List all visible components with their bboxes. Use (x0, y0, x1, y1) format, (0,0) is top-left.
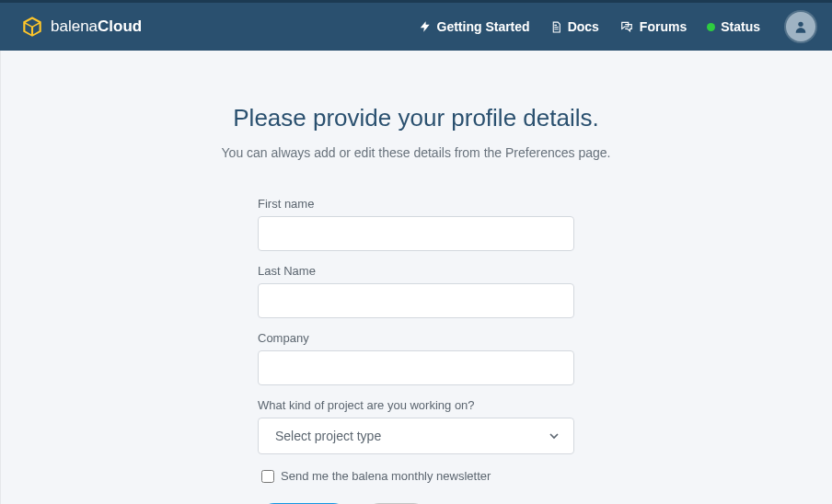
status-indicator-icon (707, 23, 715, 31)
cube-icon (20, 15, 44, 39)
first-name-label: First name (258, 197, 574, 211)
page-subtitle: You can always add or edit these details… (222, 145, 611, 160)
user-avatar[interactable] (786, 12, 815, 41)
select-value: Select project type (275, 429, 381, 443)
svg-point-0 (798, 22, 803, 27)
app-header: balenaCloud Getting Started Docs Forums … (0, 0, 832, 51)
profile-form: First name Last Name Company What kind o… (258, 197, 574, 504)
project-select-wrap: Select project type (258, 418, 574, 454)
last-name-field-group: Last Name (258, 264, 574, 318)
project-type-select[interactable]: Select project type (258, 418, 574, 454)
lightning-icon (419, 20, 432, 33)
document-icon (550, 20, 562, 34)
chat-icon (619, 20, 634, 33)
company-field-group: Company (258, 331, 574, 385)
user-icon (793, 19, 808, 34)
first-name-field-group: First name (258, 197, 574, 251)
nav-label: Docs (568, 19, 599, 34)
last-name-label: Last Name (258, 264, 574, 278)
newsletter-row: Send me the balena monthly newsletter (261, 469, 574, 483)
company-input[interactable] (258, 350, 574, 385)
main-content: Please provide your profile details. You… (0, 51, 832, 504)
page-title: Please provide your profile details. (233, 104, 598, 132)
newsletter-label: Send me the balena monthly newsletter (281, 469, 491, 483)
brand-text: balenaCloud (51, 17, 142, 36)
left-edge (0, 51, 7, 504)
nav-forums[interactable]: Forums (619, 19, 687, 34)
nav-docs[interactable]: Docs (550, 19, 599, 34)
nav-label: Status (721, 19, 760, 34)
header-nav: Getting Started Docs Forums Status (419, 12, 816, 41)
project-label: What kind of project are you working on? (258, 398, 574, 412)
nav-label: Forums (640, 19, 687, 34)
nav-status[interactable]: Status (707, 19, 760, 34)
last-name-input[interactable] (258, 283, 574, 318)
newsletter-checkbox[interactable] (261, 470, 274, 483)
project-field-group: What kind of project are you working on?… (258, 398, 574, 454)
nav-label: Getting Started (437, 19, 530, 34)
company-label: Company (258, 331, 574, 345)
nav-getting-started[interactable]: Getting Started (419, 19, 530, 34)
first-name-input[interactable] (258, 216, 574, 251)
brand-logo[interactable]: balenaCloud (20, 15, 142, 39)
